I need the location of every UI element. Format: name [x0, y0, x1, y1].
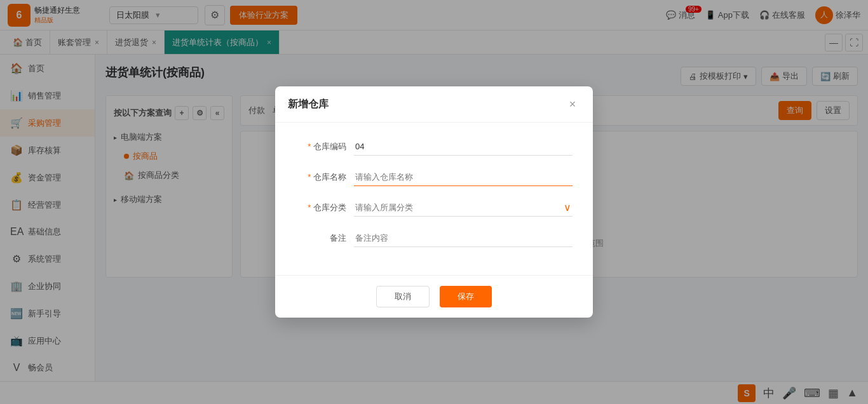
modal-header: 新增仓库 × [275, 86, 593, 123]
form-row-remark: 备注 [295, 229, 573, 247]
warehouse-name-label: 仓库名称 [295, 172, 346, 183]
warehouse-name-input[interactable] [354, 168, 573, 186]
form-row-name: 仓库名称 [295, 168, 573, 186]
save-button[interactable]: 保存 [440, 286, 492, 307]
warehouse-category-select[interactable]: ∨ [354, 199, 573, 217]
remark-input[interactable] [354, 229, 573, 247]
modal-body: 仓库编码 仓库名称 仓库分类 ∨ 备注 [275, 123, 593, 275]
cancel-button[interactable]: 取消 [376, 286, 430, 307]
form-row-category: 仓库分类 ∨ [295, 199, 573, 217]
modal-overlay: 新增仓库 × 仓库编码 仓库名称 仓库分类 ∨ [0, 0, 868, 404]
remark-label: 备注 [295, 232, 346, 244]
category-dropdown-arrow: ∨ [564, 201, 571, 213]
modal-title: 新增仓库 [288, 98, 329, 111]
warehouse-code-input[interactable] [354, 138, 573, 156]
warehouse-category-label: 仓库分类 [295, 202, 346, 213]
warehouse-category-input[interactable] [355, 203, 564, 212]
modal-footer: 取消 保存 [275, 275, 593, 318]
warehouse-code-label: 仓库编码 [295, 141, 346, 152]
new-warehouse-modal: 新增仓库 × 仓库编码 仓库名称 仓库分类 ∨ [275, 86, 593, 318]
modal-close-btn[interactable]: × [565, 97, 580, 112]
form-row-code: 仓库编码 [295, 138, 573, 156]
